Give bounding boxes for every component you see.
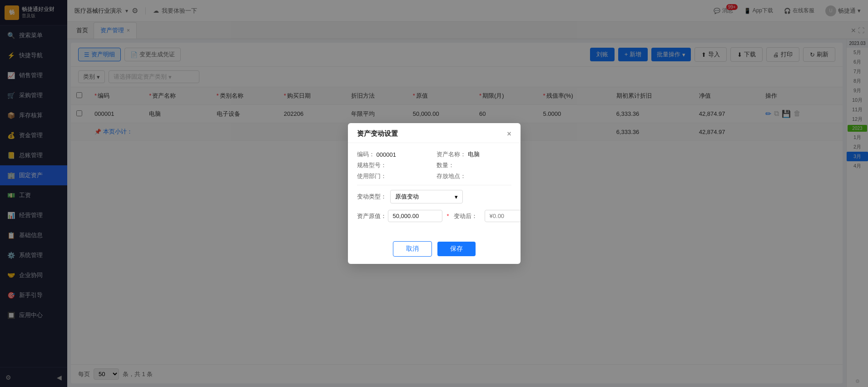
modal-overlay: 资产变动设置 × 编码： 000001 资产名称： 电脑 规格型号： 数量： bbox=[0, 0, 868, 387]
after-change-input[interactable] bbox=[485, 210, 521, 222]
save-button[interactable]: 保存 bbox=[437, 242, 476, 256]
modal-divider bbox=[357, 185, 511, 185]
modal-header: 资产变动设置 × bbox=[348, 123, 521, 143]
info-location: 存放地点： bbox=[436, 172, 511, 180]
form-row-change-type: 变动类型： 原值变动 ▾ bbox=[357, 190, 511, 203]
info-code: 编码： 000001 bbox=[357, 150, 432, 159]
modal-footer: 取消 保存 bbox=[348, 236, 521, 264]
asset-value-input[interactable] bbox=[388, 210, 442, 222]
change-type-label: 变动类型： bbox=[357, 193, 387, 201]
after-change-label: 变动后： bbox=[454, 212, 481, 220]
change-type-select[interactable]: 原值变动 ▾ bbox=[390, 190, 463, 203]
modal-title: 资产变动设置 bbox=[357, 129, 398, 138]
info-dept: 使用部门： bbox=[357, 172, 432, 180]
info-asset-name: 资产名称： 电脑 bbox=[436, 150, 511, 159]
cancel-button[interactable]: 取消 bbox=[393, 241, 432, 257]
modal-close-btn[interactable]: × bbox=[507, 130, 511, 138]
modal-info-grid: 编码： 000001 资产名称： 电脑 规格型号： 数量： 使用部门： bbox=[357, 150, 511, 180]
required-star: * bbox=[447, 213, 449, 219]
chevron-down-icon: ▾ bbox=[455, 194, 458, 200]
asset-change-modal: 资产变动设置 × 编码： 000001 资产名称： 电脑 规格型号： 数量： bbox=[348, 123, 521, 264]
form-row-asset-value: 资产原值： * 变动后： bbox=[357, 210, 511, 222]
info-spec: 规格型号： bbox=[357, 161, 432, 169]
info-quantity: 数量： bbox=[436, 161, 511, 169]
asset-value-label: 资产原值： bbox=[357, 212, 384, 220]
modal-body: 编码： 000001 资产名称： 电脑 规格型号： 数量： 使用部门： bbox=[348, 143, 521, 236]
